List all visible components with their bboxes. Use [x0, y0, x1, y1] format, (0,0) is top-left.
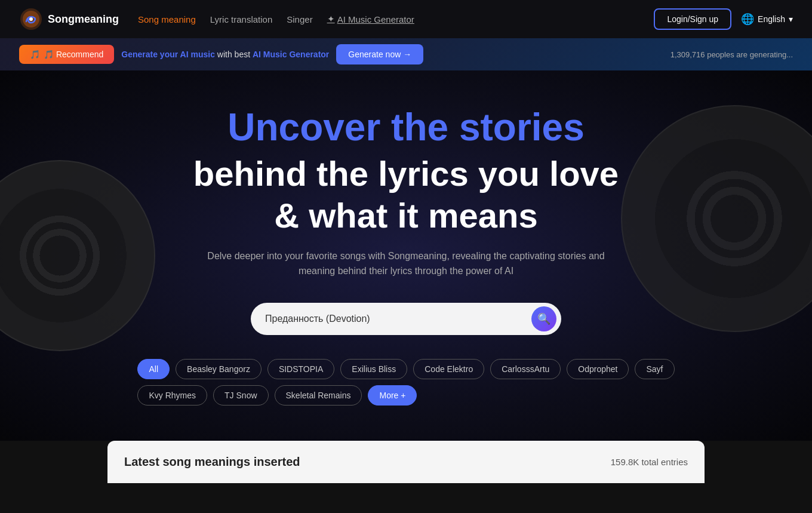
- svg-point-2: [29, 17, 33, 21]
- tag-odprophet[interactable]: Odprophet: [567, 359, 629, 379]
- search-bar: 🔍: [251, 303, 561, 335]
- tag-tj-snow[interactable]: TJ Snow: [213, 385, 268, 406]
- latest-count: 159.8K total entries: [611, 457, 688, 467]
- hero-title-colored: Uncover the stories: [137, 106, 674, 148]
- tag-carlosss-artu[interactable]: CarlosssArtu: [490, 359, 561, 379]
- recommend-button[interactable]: 🎵 🎵 Recommend: [19, 45, 114, 64]
- tag-skeletal-remains[interactable]: Skeletal Remains: [275, 385, 362, 406]
- language-selector[interactable]: 🌐 English ▾: [741, 13, 793, 26]
- tags-section: All Beasley Bangorz SIDSTOPIA Exilius Bl…: [137, 359, 674, 406]
- nav-link-lyric-translation[interactable]: Lyric translation: [210, 14, 273, 24]
- hero-section: Uncover the stories behind the lyrics yo…: [0, 70, 812, 441]
- tag-exilius-bliss[interactable]: Exilius Bliss: [340, 359, 407, 379]
- nav-left: Songmeaning Song meaning Lyric translati…: [19, 7, 414, 31]
- logo-icon: [19, 7, 43, 31]
- logo-text: Songmeaning: [48, 13, 119, 26]
- tag-beasley-bangorz[interactable]: Beasley Bangorz: [176, 359, 262, 379]
- ai-music-label: AI Music Generator: [337, 14, 414, 24]
- tag-more[interactable]: More +: [368, 385, 417, 406]
- banner-text: Generate your AI music with best AI Musi…: [121, 50, 329, 59]
- tag-code-elektro[interactable]: Code Elektro: [413, 359, 484, 379]
- banner-left: 🎵 🎵 Recommend Generate your AI music wit…: [19, 44, 423, 64]
- search-button[interactable]: 🔍: [531, 306, 556, 331]
- search-input[interactable]: [265, 314, 531, 324]
- wand-icon: ✦: [327, 14, 335, 24]
- generate-now-button[interactable]: Generate now →: [336, 44, 423, 64]
- hero-content: Uncover the stories behind the lyrics yo…: [137, 106, 674, 411]
- login-button[interactable]: Login/Sign up: [654, 8, 731, 30]
- hero-title-line2: & what it means: [137, 195, 674, 236]
- logo[interactable]: Songmeaning: [19, 7, 119, 31]
- search-icon: 🔍: [537, 312, 550, 325]
- tags-row-1: All Beasley Bangorz SIDSTOPIA Exilius Bl…: [137, 359, 674, 379]
- nav-right: Login/Sign up 🌐 English ▾: [654, 8, 793, 30]
- hero-subtitle: Delve deeper into your favorite songs wi…: [203, 248, 609, 279]
- counter-text: 1,309,716 peoples are generating...: [670, 50, 793, 59]
- tag-all[interactable]: All: [137, 359, 170, 379]
- nav-link-singer[interactable]: Singer: [287, 14, 312, 24]
- music-icon: 🎵: [30, 50, 40, 59]
- latest-section: Latest song meanings inserted 159.8K tot…: [107, 441, 705, 483]
- tag-sayf[interactable]: Sayf: [635, 359, 674, 379]
- chevron-down-icon: ▾: [789, 14, 793, 24]
- nav-link-ai-music[interactable]: ✦ AI Music Generator: [327, 14, 414, 24]
- hero-title-line1: behind the lyrics you love: [137, 153, 674, 195]
- latest-title: Latest song meanings inserted: [124, 455, 300, 469]
- tag-sidstopia[interactable]: SIDSTOPIA: [267, 359, 334, 379]
- latest-header: Latest song meanings inserted 159.8K tot…: [124, 455, 688, 469]
- hero-title-white: behind the lyrics you love & what it mea…: [137, 153, 674, 236]
- recommend-label: 🎵 Recommend: [44, 50, 103, 59]
- globe-icon: 🌐: [741, 13, 754, 26]
- nav-links: Song meaning Lyric translation Singer ✦ …: [138, 14, 414, 24]
- banner-counter: 1,309,716 peoples are generating...: [670, 50, 793, 59]
- tag-kvy-rhymes[interactable]: Kvy Rhymes: [137, 385, 207, 406]
- banner-middle: with best: [217, 50, 253, 59]
- banner-highlight: Generate your AI music: [121, 50, 215, 59]
- navbar: Songmeaning Song meaning Lyric translati…: [0, 0, 812, 38]
- language-label: English: [758, 14, 785, 24]
- nav-link-song-meaning[interactable]: Song meaning: [138, 14, 196, 24]
- promo-banner: 🎵 🎵 Recommend Generate your AI music wit…: [0, 38, 812, 70]
- tags-row-2: Kvy Rhymes TJ Snow Skeletal Remains More…: [137, 385, 674, 406]
- banner-suffix: AI Music Generator: [253, 50, 329, 59]
